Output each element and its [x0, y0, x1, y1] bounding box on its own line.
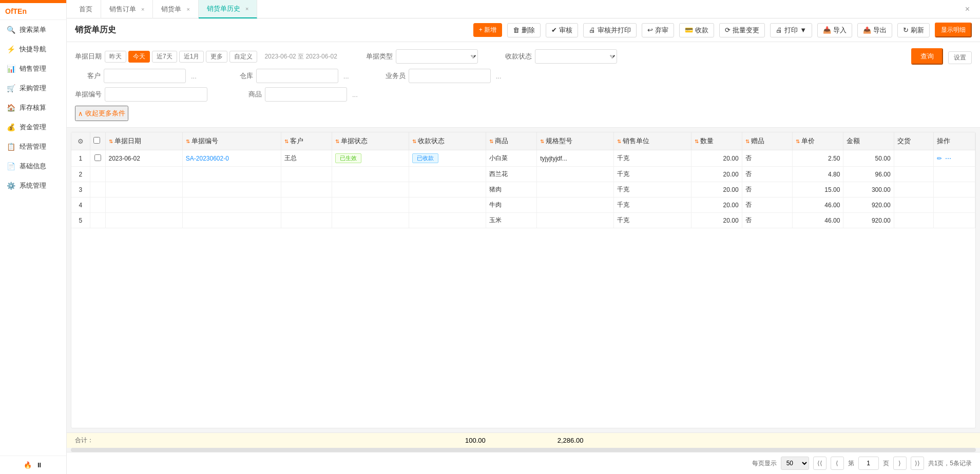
horizontal-scrollbar[interactable] [71, 448, 976, 452]
sidebar-item-purchase-mgmt[interactable]: 🛒 采购管理 [0, 78, 66, 98]
cell-doc-status [332, 213, 409, 228]
tab-sales-order-close[interactable]: × [141, 6, 144, 12]
print-button[interactable]: 🖨 打印 ▼ [770, 23, 812, 37]
date-btn-more[interactable]: 更多 [206, 51, 227, 63]
pause-icon[interactable]: ⏸ [36, 461, 43, 469]
import-button[interactable]: 📥 导入 [817, 23, 852, 37]
th-doc-status[interactable]: ⇅单据状态 [332, 132, 409, 150]
sidebar-item-sys-mgmt[interactable]: ⚙️ 系统管理 [0, 176, 66, 195]
select-all-checkbox[interactable] [93, 137, 100, 144]
customer-input[interactable] [104, 69, 186, 83]
cell-unit: 千克 [614, 150, 691, 167]
th-spec[interactable]: ⇅规格型号 [537, 132, 614, 150]
salesperson-input[interactable] [409, 69, 491, 83]
cell-doc-status [332, 198, 409, 213]
sidebar-logo: OfTEn [0, 3, 66, 20]
cell-quantity: 20.00 [691, 182, 742, 198]
warehouse-input[interactable] [256, 69, 338, 83]
th-settings[interactable]: ⚙ [71, 132, 90, 150]
sidebar-item-quick-nav[interactable]: ⚡ 快捷导航 [0, 40, 66, 59]
page-next-button[interactable]: ⟩ [893, 457, 907, 470]
date-btn-today[interactable]: 今天 [128, 51, 150, 63]
sidebar-item-sales-mgmt[interactable]: 📊 销售管理 [0, 59, 66, 78]
date-btn-yesterday[interactable]: 昨天 [105, 51, 126, 63]
warehouse-picker[interactable]: ... [341, 72, 351, 80]
date-btn-7days[interactable]: 近7天 [152, 51, 177, 63]
th-customer[interactable]: ⇅客户 [281, 132, 332, 150]
refresh-button[interactable]: ↻ 刷新 [897, 23, 930, 37]
filter-salesperson: 业务员 ... [380, 69, 504, 83]
page-last-button[interactable]: ⟩⟩ [911, 457, 924, 470]
tab-sales-delivery-close[interactable]: × [186, 6, 189, 12]
page-prev-button[interactable]: ⟨ [831, 457, 844, 470]
sidebar-item-ops[interactable]: 📋 经营管理 [0, 137, 66, 156]
th-payment-status[interactable]: ⇅收款状态 [409, 132, 486, 150]
more-button[interactable]: ⋯ [945, 155, 951, 162]
money-icon: 💰 [6, 123, 15, 132]
sidebar-item-label: 采购管理 [20, 84, 46, 93]
sidebar-item-basic-info[interactable]: 📄 基础信息 [0, 156, 66, 176]
sort-icon: ⇅ [540, 139, 544, 144]
page-suffix: 页 [883, 459, 889, 468]
delete-button[interactable]: 🗑 删除 [507, 23, 541, 37]
row-checkbox[interactable] [94, 154, 101, 161]
warehouse-label: 仓库 [227, 71, 253, 81]
tab-sales-delivery[interactable]: 销货单 × [153, 0, 198, 18]
sidebar-item-label: 库存核算 [20, 103, 46, 112]
cell-spec [537, 182, 614, 198]
cell-gift: 否 [742, 150, 793, 167]
per-page-select[interactable]: 50 100 200 [781, 457, 809, 470]
payment-select[interactable] [535, 49, 617, 64]
filter-goods: 商品 ... [236, 87, 360, 102]
goods-input[interactable] [265, 87, 347, 102]
abandon-button[interactable]: ↩ 弃审 [642, 23, 674, 37]
cell-transaction [894, 213, 933, 228]
type-select[interactable] [396, 49, 478, 64]
th-quantity[interactable]: ⇅数量 [691, 132, 742, 150]
settings-icon[interactable]: ⚙ [78, 137, 84, 145]
doc-no-label: 单据编号 [75, 90, 102, 99]
edit-button[interactable]: ✏ [937, 155, 942, 162]
tab-sales-history-close[interactable]: × [245, 6, 248, 12]
th-action: 操作 [933, 132, 975, 150]
th-unit[interactable]: ⇅销售单位 [614, 132, 691, 150]
tab-sales-history[interactable]: 销货单历史 × [199, 0, 257, 18]
export-button[interactable]: 📤 导出 [857, 23, 892, 37]
audit-button[interactable]: ✔ 审核 [546, 23, 578, 37]
th-gift[interactable]: ⇅赠品 [742, 132, 793, 150]
audit-print-button[interactable]: 🖨 审核并打印 [583, 23, 637, 37]
th-price[interactable]: ⇅单价 [793, 132, 843, 150]
cell-price: 15.00 [793, 182, 843, 198]
display-detail-button[interactable]: 显示明细 [935, 23, 972, 37]
page-first-button[interactable]: ⟨⟨ [813, 457, 827, 470]
doc-no-input[interactable] [105, 87, 207, 102]
date-btn-custom[interactable]: 自定义 [229, 51, 257, 63]
new-button[interactable]: + 新增 [473, 23, 502, 37]
customer-picker[interactable]: ... [189, 72, 199, 80]
th-goods[interactable]: ⇅商品 [486, 132, 537, 150]
sidebar-item-finance[interactable]: 💰 资金管理 [0, 117, 66, 137]
sidebar-item-inventory[interactable]: 🏠 库存核算 [0, 98, 66, 117]
sort-icon: ⇅ [335, 139, 339, 144]
page-number-input[interactable] [858, 457, 879, 470]
cell-checkbox [90, 198, 105, 213]
salesperson-picker[interactable]: ... [494, 72, 504, 80]
collapse-button[interactable]: ∧ 收起更多条件 [75, 106, 128, 121]
batch-change-button[interactable]: ⟳ 批量变更 [719, 23, 765, 37]
sidebar-item-search-menu[interactable]: 🔍 搜索菜单 [0, 20, 66, 40]
tab-home[interactable]: 首页 [71, 0, 101, 18]
th-date[interactable]: ⇅单据日期 [105, 132, 182, 150]
setup-button[interactable]: 设置 [948, 51, 972, 64]
tab-bar-close[interactable]: × [959, 5, 976, 14]
cell-payment-status: 已收款 [409, 150, 486, 167]
cell-spec: tyjyjtyjdf... [537, 150, 614, 167]
th-doc-no[interactable]: ⇅单据编号 [182, 132, 281, 150]
goods-picker[interactable]: ... [350, 91, 360, 98]
tab-sales-order[interactable]: 销售订单 × [101, 0, 153, 18]
date-btn-1month[interactable]: 近1月 [179, 51, 204, 63]
audit-print-icon: 🖨 [589, 26, 595, 34]
cell-amount: 96.00 [843, 167, 894, 182]
query-button[interactable]: 查询 [911, 48, 943, 65]
collect-button[interactable]: 💳 收款 [679, 23, 714, 37]
fire-icon[interactable]: 🔥 [24, 461, 32, 469]
